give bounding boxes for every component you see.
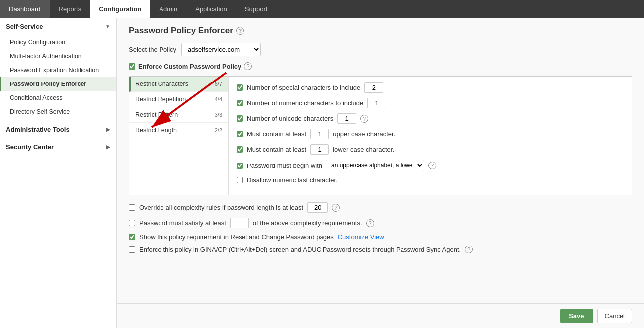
lowercase-row: Must contain at least lower case charact… <box>237 144 624 155</box>
sidebar-item-policy-configuration[interactable]: Policy Configuration <box>0 35 116 49</box>
enforce-help-icon[interactable]: ? <box>244 62 252 70</box>
sub-panel-inner: Restrict Characters 6/7 Restrict Repetit… <box>129 77 632 195</box>
special-chars-checkbox[interactable] <box>237 84 243 91</box>
sidebar-item-mfa[interactable]: Multi-factor Authentication <box>0 49 116 63</box>
tab-configuration[interactable]: Configuration <box>90 0 150 18</box>
chevron-right-icon: ▶ <box>106 127 110 132</box>
lowercase-checkbox[interactable] <box>237 146 243 153</box>
sub-nav-restrict-length[interactable]: Restrict Length 2/2 <box>129 123 228 138</box>
uppercase-must-label: Must contain at least <box>247 130 306 138</box>
begin-help-icon[interactable]: ? <box>428 162 436 169</box>
title-help-icon[interactable]: ? <box>236 27 244 35</box>
save-button[interactable]: Save <box>560 309 593 323</box>
tab-application[interactable]: Application <box>186 0 236 18</box>
show-policy-label: Show this policy requirement in Reset an… <box>139 233 334 241</box>
gina-help-icon[interactable]: ? <box>465 246 473 253</box>
satisfy-checkbox[interactable] <box>129 220 135 226</box>
password-begin-checkbox[interactable] <box>237 163 243 169</box>
override-complexity-checkbox[interactable] <box>129 204 135 211</box>
restrict-repetition-badge: 4/4 <box>215 96 222 102</box>
restrict-pattern-badge: 3/3 <box>215 112 222 118</box>
tab-admin[interactable]: Admin <box>150 0 186 18</box>
security-center-label: Security Center <box>6 143 54 151</box>
sidebar-section-self-service[interactable]: Self-Service ▼ <box>0 18 116 35</box>
unicode-chars-label: Number of unicode characters <box>247 115 333 122</box>
override-value-input[interactable] <box>307 202 328 213</box>
tab-dashboard[interactable]: Dashboard <box>0 0 50 18</box>
restrict-pattern-label: Restrict Pattern <box>135 111 178 118</box>
password-begin-dropdown[interactable]: an uppercase alphabet, a lowe <box>326 160 424 171</box>
policy-selector-label: Select the Policy <box>129 46 176 53</box>
customize-view-link[interactable]: Customize View <box>338 233 384 241</box>
numeric-chars-label: Number of numeric characters to include <box>247 99 363 107</box>
main-layout: Self-Service ▼ Policy Configuration Mult… <box>0 18 644 328</box>
override-label: Override all complexity rules if passwor… <box>139 204 303 211</box>
uppercase-row: Must contain at least upper case charact… <box>237 129 624 139</box>
unicode-chars-checkbox[interactable] <box>237 115 243 122</box>
enforce-policy-checkbox[interactable] <box>129 63 135 70</box>
disallow-numeric-checkbox[interactable] <box>237 177 243 183</box>
restrict-length-badge: 2/2 <box>215 127 222 133</box>
chevron-down-icon: ▼ <box>105 24 110 29</box>
unicode-help-icon[interactable]: ? <box>360 115 368 123</box>
uppercase-checkbox[interactable] <box>237 131 243 137</box>
policy-selector-row: Select the Policy adselfservice.com <box>129 43 632 56</box>
override-complexity-row: Override all complexity rules if passwor… <box>129 202 632 213</box>
sidebar-section-security-center[interactable]: Security Center ▶ <box>0 138 116 156</box>
self-service-label: Self-Service <box>6 23 43 30</box>
sidebar-item-password-expiration[interactable]: Password Expiration Notification <box>0 63 116 77</box>
satisfy-input[interactable] <box>230 218 249 228</box>
main-content: Password Policy Enforcer ? Select the Po… <box>117 18 644 303</box>
special-chars-input[interactable] <box>364 82 383 93</box>
restrict-characters-badge: 6/7 <box>215 81 222 87</box>
enforce-gina-label: Enforce this policy in GINA/CP (Ctrl+Alt… <box>139 246 461 253</box>
numeric-chars-checkbox[interactable] <box>237 100 243 106</box>
cancel-button[interactable]: Cancel <box>597 309 632 323</box>
top-navigation: Dashboard Reports Configuration Admin Ap… <box>0 0 644 18</box>
admin-tools-label: Administrative Tools <box>6 126 70 133</box>
lowercase-input[interactable] <box>310 144 329 155</box>
enforce-gina-checkbox[interactable] <box>129 246 135 253</box>
sub-nav-restrict-characters[interactable]: Restrict Characters 6/7 <box>129 77 228 92</box>
override-help-icon[interactable]: ? <box>332 204 340 212</box>
numeric-chars-input[interactable] <box>367 98 386 108</box>
special-chars-label: Number of special characters to include <box>247 84 360 91</box>
restrict-length-label: Restrict Length <box>135 127 177 134</box>
sub-navigation: Restrict Characters 6/7 Restrict Repetit… <box>129 77 229 195</box>
chevron-right-icon-2: ▶ <box>106 144 110 150</box>
sidebar-section-admin-tools[interactable]: Administrative Tools ▶ <box>0 121 116 138</box>
restrict-repetition-label: Restrict Repetition <box>135 96 186 103</box>
sidebar-item-conditional-access[interactable]: Conditional Access <box>0 91 116 105</box>
satisfy-help-icon[interactable]: ? <box>366 219 374 227</box>
page-title: Password Policy Enforcer ? <box>129 26 632 36</box>
sub-nav-restrict-pattern[interactable]: Restrict Pattern 3/3 <box>129 107 228 123</box>
lowercase-must-label: Must contain at least <box>247 146 306 153</box>
sidebar-item-password-policy-enforcer[interactable]: Password Policy Enforcer <box>0 77 116 91</box>
show-policy-row: Show this policy requirement in Reset an… <box>129 233 632 241</box>
show-policy-checkbox[interactable] <box>129 234 135 240</box>
satisfy-label: Password must satisfy at least <box>139 219 226 227</box>
policy-dropdown[interactable]: adselfservice.com <box>181 43 261 56</box>
disallow-numeric-label: Disallow numeric last character. <box>247 176 338 184</box>
numeric-chars-row: Number of numeric characters to include <box>237 98 624 108</box>
password-begin-label: Password must begin with <box>247 162 322 169</box>
enforce-gina-row: Enforce this policy in GINA/CP (Ctrl+Alt… <box>129 246 632 253</box>
sidebar: Self-Service ▼ Policy Configuration Mult… <box>0 18 117 328</box>
lowercase-suffix: lower case character. <box>333 146 394 153</box>
enforce-policy-row: Enforce Custom Password Policy ? <box>129 62 632 70</box>
disallow-numeric-row: Disallow numeric last character. <box>237 176 624 184</box>
tab-support[interactable]: Support <box>236 0 277 18</box>
satisfy-row: Password must satisfy at least of the ab… <box>129 218 632 228</box>
unicode-chars-input[interactable] <box>337 113 356 124</box>
uppercase-suffix: upper case character. <box>333 130 395 138</box>
sub-nav-restrict-repetition[interactable]: Restrict Repetition 4/4 <box>129 92 228 107</box>
tab-reports[interactable]: Reports <box>50 0 90 18</box>
password-begin-row: Password must begin with an uppercase al… <box>237 160 624 171</box>
bottom-action-bar: Save Cancel <box>117 303 644 328</box>
sidebar-item-directory-self-service[interactable]: Directory Self Service <box>0 105 116 119</box>
special-chars-row: Number of special characters to include <box>237 82 624 93</box>
enforce-policy-label: Enforce Custom Password Policy <box>138 63 241 70</box>
uppercase-input[interactable] <box>310 129 329 139</box>
sub-panel: Restrict Characters 6/7 Restrict Repetit… <box>129 76 632 195</box>
satisfy-suffix: of the above complexity requirements. <box>253 219 362 227</box>
